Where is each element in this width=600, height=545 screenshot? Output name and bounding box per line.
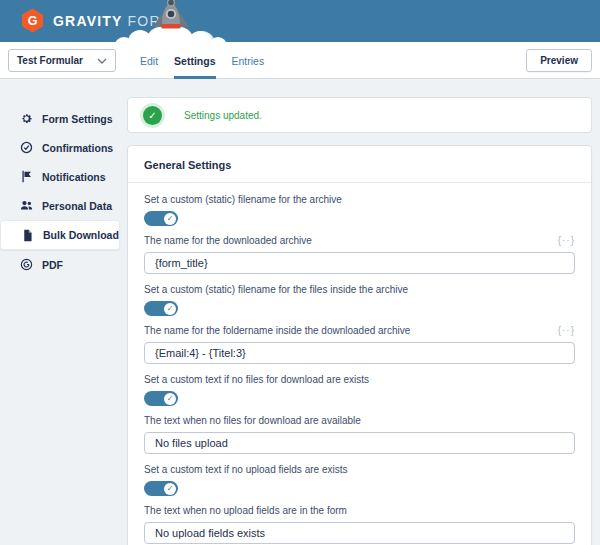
settings-sidebar: Form Settings Confirmations Notification… <box>0 104 120 279</box>
archive-name-input[interactable] <box>144 252 575 274</box>
field-label: Set a custom text if no files for downlo… <box>144 374 369 385</box>
gravity-forms-logo: G GRAVITY FORMS <box>20 8 184 33</box>
panel-body: Set a custom (static) filename for the a… <box>128 183 591 545</box>
brand-forms: FORMS <box>128 13 185 29</box>
check-circle-icon <box>20 141 33 154</box>
sidebar-item-label: Notifications <box>42 171 106 183</box>
field-folder-name: The name for the foldername inside the d… <box>144 325 575 364</box>
field-label: The name for the foldername inside the d… <box>144 325 410 336</box>
files-filename-toggle[interactable]: ✓ <box>144 301 178 316</box>
no-files-text-toggle[interactable]: ✓ <box>144 391 178 406</box>
file-icon <box>21 229 34 242</box>
field-label: Set a custom text if no upload fields ar… <box>144 464 347 475</box>
toggle-check-icon: ✓ <box>167 305 174 313</box>
settings-main: ✓ Settings updated. General Settings Set… <box>127 97 592 545</box>
form-tabs: Edit Settings Entries <box>140 42 264 79</box>
merge-tag-icon[interactable]: {··} <box>558 235 575 246</box>
sidebar-item-bulk-download[interactable]: Bulk Download <box>0 220 120 250</box>
success-message: Settings updated. <box>184 110 262 121</box>
field-no-upload-fields-text: The text when no upload fields are in th… <box>144 505 575 544</box>
toggle-knob: ✓ <box>164 303 176 315</box>
brand-gravity: GRAVITY <box>53 13 123 29</box>
panel-header: General Settings <box>128 146 591 183</box>
form-toolbar: Test Formular Edit Settings Entries Prev… <box>0 42 600 79</box>
field-archive-filename-toggle: Set a custom (static) filename for the a… <box>144 194 575 226</box>
app-header: G GRAVITY FORMS <box>0 0 600 42</box>
general-settings-panel: General Settings Set a custom (static) f… <box>127 145 592 545</box>
field-no-upload-fields-toggle: Set a custom text if no upload fields ar… <box>144 464 575 496</box>
sidebar-item-confirmations[interactable]: Confirmations <box>0 133 120 162</box>
toggle-check-icon: ✓ <box>167 395 174 403</box>
field-no-files-text-toggle: Set a custom text if no files for downlo… <box>144 374 575 406</box>
sidebar-item-pdf[interactable]: PDF <box>0 250 120 279</box>
sidebar-item-label: Personal Data <box>42 200 112 212</box>
svg-text:G: G <box>28 14 38 28</box>
form-selector-dropdown[interactable]: Test Formular <box>8 49 116 72</box>
toggle-check-icon: ✓ <box>167 485 174 493</box>
field-no-files-text: The text when no files for download are … <box>144 415 575 454</box>
no-files-text-input[interactable] <box>144 432 575 454</box>
sidebar-item-label: Form Settings <box>42 113 113 125</box>
sidebar-item-notifications[interactable]: Notifications <box>0 162 120 191</box>
gravity-forms-settings-page: G GRAVITY FORMS <box>0 0 600 545</box>
field-label: Set a custom (static) filename for the a… <box>144 194 342 205</box>
folder-name-input[interactable] <box>144 342 575 364</box>
gravity-pdf-icon <box>20 258 33 271</box>
panel-title: General Settings <box>144 159 231 171</box>
field-label: The text when no upload fields are in th… <box>144 505 347 516</box>
tab-edit[interactable]: Edit <box>140 42 158 79</box>
toggle-knob: ✓ <box>164 483 176 495</box>
toggle-knob: ✓ <box>164 213 176 225</box>
flag-icon <box>20 170 33 183</box>
gravity-forms-badge-icon: G <box>20 8 45 33</box>
no-upload-fields-toggle[interactable]: ✓ <box>144 481 178 496</box>
gear-icon <box>20 112 33 125</box>
merge-tag-icon[interactable]: {··} <box>558 325 575 336</box>
field-label: The name for the downloaded archive <box>144 235 312 246</box>
field-label: Set a custom (static) filename for the f… <box>144 284 408 295</box>
field-label: The text when no files for download are … <box>144 415 361 426</box>
sidebar-item-label: Bulk Download <box>43 229 119 241</box>
tab-settings[interactable]: Settings <box>174 42 215 79</box>
toggle-knob: ✓ <box>164 393 176 405</box>
users-icon <box>20 199 33 212</box>
sidebar-item-form-settings[interactable]: Form Settings <box>0 104 120 133</box>
sidebar-item-personal-data[interactable]: Personal Data <box>0 191 120 220</box>
archive-filename-toggle[interactable]: ✓ <box>144 211 178 226</box>
form-selector-value: Test Formular <box>17 55 83 66</box>
success-check-icon: ✓ <box>143 106 162 125</box>
toggle-check-icon: ✓ <box>167 215 174 223</box>
chevron-down-icon <box>97 58 107 64</box>
field-archive-name: The name for the downloaded archive {··} <box>144 235 575 274</box>
success-notice: ✓ Settings updated. <box>127 97 592 133</box>
tab-entries[interactable]: Entries <box>232 42 265 79</box>
field-files-filename-toggle: Set a custom (static) filename for the f… <box>144 284 575 316</box>
brand-text: GRAVITY FORMS <box>53 13 184 29</box>
sidebar-item-label: PDF <box>42 259 63 271</box>
no-upload-fields-text-input[interactable] <box>144 522 575 544</box>
sidebar-item-label: Confirmations <box>42 142 113 154</box>
preview-button[interactable]: Preview <box>526 49 592 72</box>
